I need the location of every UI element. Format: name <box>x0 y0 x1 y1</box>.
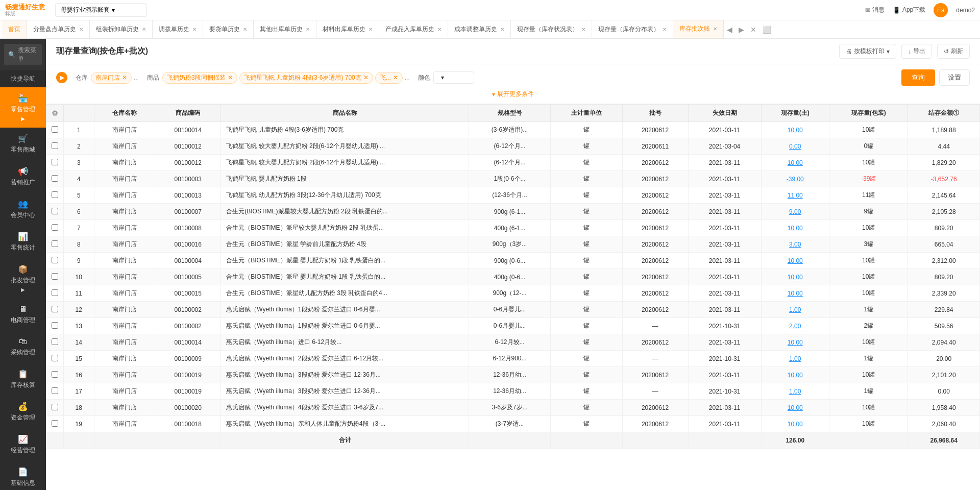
close-tab-11-icon[interactable]: ✕ <box>713 26 717 32</box>
sidebar-item-purchase[interactable]: 🛍 采购管理 <box>0 331 46 363</box>
tab-9[interactable]: 现存量（库存状况表） ✕ <box>511 20 592 39</box>
row-checkbox[interactable] <box>52 224 58 231</box>
product-tag-2[interactable]: 飞鹤星飞帆 儿童奶粉 4段(3-6岁适用) 700克 ✕ <box>239 72 373 84</box>
table-row[interactable]: 1 南岸门店 00100014 飞鹤星飞帆 儿童奶粉 4段(3-6岁适用) 70… <box>46 122 980 138</box>
tab-10[interactable]: 现存量（库存分布表） ✕ <box>592 20 673 39</box>
row-checkbox[interactable] <box>52 289 58 296</box>
row-checkbox[interactable] <box>52 420 58 427</box>
row-checkbox[interactable] <box>52 159 58 165</box>
remove-product-tag-1-icon[interactable]: ✕ <box>228 74 233 81</box>
row-checkbox[interactable] <box>52 355 58 361</box>
row-checkbox[interactable] <box>52 240 58 247</box>
sidebar-item-inventory[interactable]: 📋 库存核算 <box>0 363 46 396</box>
close-tab-1-icon[interactable]: ✕ <box>79 27 83 32</box>
row-qty-main[interactable]: 9.00 <box>761 204 829 220</box>
table-row[interactable]: 8 南岸门店 00100016 合生元（BIOSTIME）派星 学龄前儿童配方奶… <box>46 236 980 253</box>
product-more[interactable]: ... <box>405 74 410 81</box>
row-qty-main[interactable]: 10.00 <box>761 220 829 236</box>
tab-prev-btn[interactable]: ◀ <box>724 26 736 34</box>
close-tab-6-icon[interactable]: ✕ <box>369 27 373 32</box>
close-tab-9-icon[interactable]: ✕ <box>581 27 585 32</box>
row-checkbox[interactable] <box>52 208 58 214</box>
close-tab-10-icon[interactable]: ✕ <box>663 27 667 32</box>
search-input-area[interactable]: 🔍 搜索菜单 <box>4 44 42 65</box>
table-row[interactable]: 14 南岸门店 00100014 惠氏启赋（Wyeth illuma）进口 6-… <box>46 334 980 351</box>
org-selector[interactable]: 母婴行业演示账套 ▾ <box>55 3 147 17</box>
close-tab-5-icon[interactable]: ✕ <box>306 27 310 32</box>
row-checkbox[interactable] <box>52 142 58 149</box>
table-row[interactable]: 5 南岸门店 00100013 飞鹤星飞帆 幼儿配方奶粉 3段(12-36个月幼… <box>46 187 980 204</box>
filter-expand-arrow[interactable]: ▶ <box>56 72 67 83</box>
warehouse-tag-1[interactable]: 南岸门店 ✕ <box>91 72 132 84</box>
table-row[interactable]: 15 南岸门店 00100009 惠氏启赋（Wyeth illuma）2段奶粉 … <box>46 351 980 367</box>
table-row[interactable]: 11 南岸门店 00100015 合生元（BIOSTIME）派星幼儿配方奶粉 3… <box>46 285 980 302</box>
refresh-btn[interactable]: ↺ 刷新 <box>937 44 970 59</box>
table-row[interactable]: 3 南岸门店 00100012 飞鹤星飞帆 较大婴儿配方奶粉 2段(6-12个月… <box>46 155 980 171</box>
row-qty-main[interactable]: 1.00 <box>761 302 829 318</box>
user-name[interactable]: demo2 <box>956 7 975 14</box>
sidebar-item-wholesale[interactable]: 📦 批发管理 ▶ <box>0 258 46 299</box>
color-dropdown[interactable]: ▾ <box>433 71 474 84</box>
close-tab-7-icon[interactable]: ✕ <box>437 27 442 32</box>
row-qty-main[interactable]: 1.00 <box>761 383 829 400</box>
tab-6[interactable]: 材料出库单历史 ✕ <box>316 20 379 39</box>
row-checkbox[interactable] <box>52 257 58 263</box>
tab-next-btn[interactable]: ▶ <box>736 26 747 34</box>
row-qty-main[interactable]: 10.00 <box>761 334 829 351</box>
table-row[interactable]: 16 南岸门店 00100019 惠氏启赋（Wyeth illuma）3段奶粉 … <box>46 367 980 383</box>
row-qty-main[interactable]: 10.00 <box>761 155 829 171</box>
setting-btn[interactable]: 设置 <box>939 69 970 86</box>
tab-5[interactable]: 其他出库单历史 ✕ <box>254 20 316 39</box>
remove-product-tag-3-icon[interactable]: ✕ <box>393 74 398 81</box>
settings-icon[interactable]: ⚙ <box>52 109 58 117</box>
sidebar-item-member[interactable]: 👥 会员中心 <box>0 193 46 226</box>
table-row[interactable]: 10 南岸门店 00100005 合生元（BIOSTIME）派星 婴儿配方奶粉 … <box>46 269 980 285</box>
row-qty-main[interactable]: 1.00 <box>761 351 829 367</box>
row-qty-main[interactable]: 3.00 <box>761 236 829 253</box>
row-qty-main[interactable]: -39.00 <box>761 171 829 187</box>
tab-2[interactable]: 组装拆卸单历史 ✕ <box>90 20 153 39</box>
remove-warehouse-tag-icon[interactable]: ✕ <box>122 74 127 81</box>
tab-4[interactable]: 要货单历史 ✕ <box>203 20 254 39</box>
row-checkbox[interactable] <box>52 387 58 394</box>
row-qty-main[interactable]: 11.00 <box>761 187 829 204</box>
print-btn[interactable]: 🖨 按模板打印 ▾ <box>839 44 896 59</box>
export-btn[interactable]: ↓ 导出 <box>901 44 932 59</box>
sidebar-item-marketing[interactable]: 📢 营销推广 <box>0 160 46 193</box>
row-qty-main[interactable]: 10.00 <box>761 269 829 285</box>
row-checkbox[interactable] <box>52 371 58 378</box>
sidebar-item-retail-mall[interactable]: 🛒 零售商城 <box>0 128 46 160</box>
tab-7[interactable]: 产成品入库单历史 ✕ <box>379 20 448 39</box>
query-btn[interactable]: 查询 <box>901 69 935 86</box>
table-row[interactable]: 9 南岸门店 00100004 合生元（BIOSTIME）派星 婴儿配方奶粉 1… <box>46 253 980 269</box>
row-checkbox[interactable] <box>52 126 58 133</box>
row-qty-main[interactable]: 10.00 <box>761 253 829 269</box>
row-qty-main[interactable]: 10.00 <box>761 122 829 138</box>
row-checkbox[interactable] <box>52 338 58 345</box>
table-row[interactable]: 18 南岸门店 00100020 惠氏启赋（Wyeth illuma）4段奶粉 … <box>46 400 980 416</box>
table-row[interactable]: 6 南岸门店 00100007 合生元(BIOSTIME)派星较大婴儿配方奶粉 … <box>46 204 980 220</box>
table-row[interactable]: 13 南岸门店 00100002 惠氏启赋（Wyeth illuma）1段奶粉 … <box>46 318 980 334</box>
row-checkbox[interactable] <box>52 306 58 312</box>
quick-nav-btn[interactable]: 快捷导航 <box>0 70 46 87</box>
row-qty-main[interactable]: 2.00 <box>761 318 829 334</box>
sidebar-item-finance[interactable]: 💰 资金管理 <box>0 396 46 428</box>
table-row[interactable]: 2 南岸门店 00100012 飞鹤星飞帆 较大婴儿配方奶粉 2段(6-12个月… <box>46 138 980 155</box>
expand-more-btn[interactable]: ▾ 展开更多条件 <box>56 90 970 99</box>
tab-home[interactable]: 首页 <box>2 20 27 39</box>
product-tag-1[interactable]: 飞鹤奶粉3段同捆揺装 ✕ <box>162 72 237 84</box>
row-qty-main[interactable]: 10.00 <box>761 367 829 383</box>
tab-close-all-btn[interactable]: ✕ <box>747 26 760 34</box>
row-checkbox[interactable] <box>52 273 58 280</box>
sidebar-item-operation[interactable]: 📈 经营管理 <box>0 428 46 461</box>
user-avatar[interactable]: Ea <box>934 3 948 17</box>
message-btn[interactable]: ✉ 消息 <box>865 6 885 14</box>
close-tab-4-icon[interactable]: ✕ <box>243 27 247 32</box>
sidebar-item-base[interactable]: 📄 基础信息 <box>0 461 46 490</box>
tab-maximize-btn[interactable]: ⬜ <box>760 26 774 34</box>
row-qty-main[interactable]: 10.00 <box>761 400 829 416</box>
sidebar-search[interactable]: 🔍 搜索菜单 <box>0 39 46 70</box>
table-row[interactable]: 17 南岸门店 00100019 惠氏启赋（Wyeth illuma）3段奶粉 … <box>46 383 980 400</box>
row-qty-main[interactable]: 10.00 <box>761 416 829 432</box>
app-download-btn[interactable]: 📱 App下载 <box>893 6 925 14</box>
